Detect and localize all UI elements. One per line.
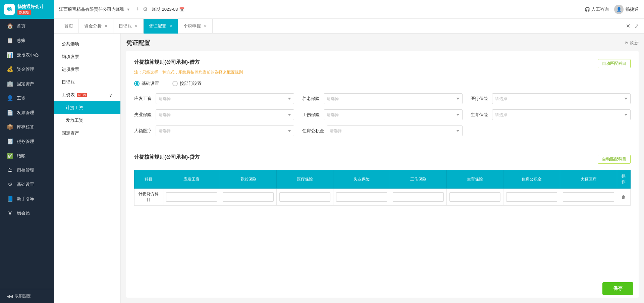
- td-shiye-val: [333, 189, 390, 206]
- section-divider: [134, 147, 631, 147]
- left-menu-journal[interactable]: 日记账: [54, 76, 120, 89]
- sidebar-item-member[interactable]: V 畅会员: [0, 206, 54, 220]
- left-menu-calc-salary-label: 计提工资: [66, 105, 83, 110]
- refresh-button[interactable]: ↻ 刷新: [625, 40, 639, 46]
- left-menu-calc-salary[interactable]: 计提工资: [54, 101, 120, 114]
- form-select-daeyiliao[interactable]: 请选择: [156, 125, 294, 136]
- save-button[interactable]: 保存: [602, 282, 633, 295]
- input-yiliao[interactable]: [279, 192, 330, 202]
- form-select-shengyu[interactable]: 请选择: [492, 109, 631, 120]
- sidebar-item-label-funds: 资金管理: [17, 66, 34, 72]
- sidebar-item-label-checkout: 结账: [17, 153, 25, 159]
- left-menu-pay-salary-label: 发放工资: [66, 118, 83, 123]
- form-select-yingfa[interactable]: 请选择: [156, 93, 294, 104]
- form-label-yingfa: 应发工资: [134, 96, 153, 102]
- period-selector[interactable]: 账期 2023-03 📅: [152, 6, 184, 12]
- company-name: 江西服宝精品有限责任公司内账张: [59, 6, 124, 12]
- sidebar-item-tax[interactable]: 🧾 税务管理: [0, 134, 54, 149]
- sidebar-nav: 🏠 首页 📋 总账 📊 云报表中心 💰 资金管理 🏢 固定资产 👤 工资 📄 发…: [0, 19, 54, 289]
- close-all-icon[interactable]: ✕: [626, 23, 630, 29]
- fullscreen-icon[interactable]: ⤢: [634, 23, 639, 29]
- form-select-yiliao[interactable]: 请选择: [492, 93, 631, 104]
- left-menu-sales[interactable]: 销项发票: [54, 50, 120, 63]
- refresh-label: 刷新: [630, 40, 639, 46]
- left-menu-fixed-assets[interactable]: 固定资产: [54, 127, 120, 140]
- tab-funds-close[interactable]: ✕: [104, 24, 108, 29]
- sidebar-item-checkout[interactable]: ✅ 结账: [0, 149, 54, 163]
- sidebar-item-label-member: 畅会员: [17, 210, 30, 216]
- company-dropdown-icon: ▼: [126, 7, 130, 11]
- sidebar-item-label-salary: 工资: [17, 95, 25, 101]
- tab-journal[interactable]: 日记账 ✕: [113, 19, 144, 34]
- form-item-shengyu: 生育保险 请选择: [471, 109, 631, 120]
- form-select-yanglao[interactable]: 请选择: [324, 93, 462, 104]
- tab-tax-label: 个税申报: [183, 23, 201, 29]
- section1-title: 计提核算规则(公司承担)-借方: [134, 59, 631, 65]
- sidebar: 畅 畅捷通好会计 旗舰版 🏠 首页 📋 总账 📊 云报表中心 💰 资金管理 🏢 …: [0, 0, 54, 303]
- form-item-yiliao: 医疗保险 请选择: [471, 93, 631, 104]
- sidebar-item-assets[interactable]: 🏢 固定资产: [0, 77, 54, 91]
- refresh-icon: ↻: [625, 41, 629, 46]
- sidebar-item-inventory[interactable]: 📦 库存核算: [0, 120, 54, 134]
- input-shiye[interactable]: [336, 192, 387, 202]
- sidebar-item-salary[interactable]: 👤 工资: [0, 91, 54, 105]
- sidebar-item-basic[interactable]: ⚙ 基础设置: [0, 177, 54, 192]
- section1-note: 注：只能选择一种方式，系统将按照您当前的选择来配置规则: [134, 69, 631, 75]
- delete-icon[interactable]: 🗑: [622, 195, 626, 199]
- input-gongshang[interactable]: [393, 192, 444, 202]
- sidebar-item-reports[interactable]: 📊 云报表中心: [0, 48, 54, 62]
- input-yingfa[interactable]: [166, 192, 217, 202]
- left-menu-public[interactable]: 公共选项: [54, 38, 120, 50]
- tab-voucher-close[interactable]: ✕: [169, 24, 172, 29]
- service-label: 人工咨询: [591, 6, 609, 12]
- tab-funds[interactable]: 资金分析 ✕: [79, 19, 113, 34]
- cancel-pin-button[interactable]: ◀◀ 取消固定: [0, 289, 54, 303]
- left-menu-pay-salary[interactable]: 发放工资: [54, 114, 120, 127]
- expand-icon: ∨: [109, 93, 112, 98]
- radio-basic[interactable]: 基础设置: [134, 81, 159, 87]
- auto-match-button-1[interactable]: 自动匹配科目: [598, 59, 631, 68]
- member-icon: V: [7, 210, 13, 216]
- tabbar: 首页 资金分析 ✕ 日记账 ✕ 凭证配置 ✕ 个税申报 ✕ ✕ ⤢: [54, 19, 644, 34]
- left-menu-salary-table[interactable]: 工资表 NEW ∨: [54, 89, 120, 101]
- radio-dept[interactable]: 按部门设置: [172, 81, 202, 87]
- left-menu-purchase[interactable]: 进项发票: [54, 63, 120, 76]
- debit-form-grid: 应发工资 请选择 养老保险 请选择 医疗保险: [134, 93, 631, 136]
- company-selector[interactable]: 江西服宝精品有限责任公司内账张 ▼: [59, 6, 130, 12]
- add-company-button[interactable]: +: [136, 6, 139, 13]
- radio-basic-circle: [134, 81, 140, 86]
- tab-voucher[interactable]: 凭证配置 ✕: [144, 19, 178, 34]
- tab-tax-close[interactable]: ✕: [204, 24, 207, 29]
- sidebar-item-home[interactable]: 🏠 首页: [0, 19, 54, 33]
- td-gongshang-val: [390, 189, 447, 206]
- tab-home[interactable]: 首页: [59, 19, 79, 34]
- form-select-shiye[interactable]: 请选择: [156, 109, 294, 120]
- input-daeyiliao[interactable]: [563, 192, 614, 202]
- input-shengyu[interactable]: [449, 192, 500, 202]
- th-yanglao: 养老保险: [220, 170, 276, 189]
- inventory-icon: 📦: [7, 124, 13, 130]
- tab-tax[interactable]: 个税申报 ✕: [178, 19, 213, 34]
- left-menu-sales-label: 销项发票: [62, 54, 79, 60]
- form-select-gongshang[interactable]: 请选择: [324, 109, 462, 120]
- sidebar-item-ledger[interactable]: 📋 总账: [0, 33, 54, 48]
- sidebar-item-funds[interactable]: 💰 资金管理: [0, 62, 54, 77]
- th-shiye: 失业保险: [333, 170, 390, 189]
- sidebar-item-archive[interactable]: 🗂 归档管理: [0, 163, 54, 177]
- form-select-zhufang[interactable]: 请选择: [327, 125, 462, 136]
- tab-journal-close[interactable]: ✕: [135, 24, 138, 29]
- input-yanglao[interactable]: [223, 192, 274, 202]
- input-zhufang[interactable]: [506, 192, 557, 202]
- tab-funds-label: 资金分析: [84, 23, 102, 29]
- back-icon: ◀◀: [7, 294, 13, 299]
- page-title: 凭证配置: [126, 39, 150, 47]
- auto-match-button-2[interactable]: 自动匹配科目: [598, 155, 631, 164]
- left-menu-fixed-assets-label: 固定资产: [62, 130, 79, 136]
- checkout-icon: ✅: [7, 153, 13, 159]
- user-menu[interactable]: 👤 畅捷通: [614, 5, 639, 14]
- sidebar-item-invoice[interactable]: 📄 发票管理: [0, 105, 54, 120]
- settings-icon[interactable]: ⚙: [143, 6, 148, 12]
- service-button[interactable]: 🎧 人工咨询: [585, 6, 609, 12]
- sidebar-item-label-guide: 新手引导: [17, 196, 34, 202]
- sidebar-item-guide[interactable]: 📘 新手引导: [0, 192, 54, 206]
